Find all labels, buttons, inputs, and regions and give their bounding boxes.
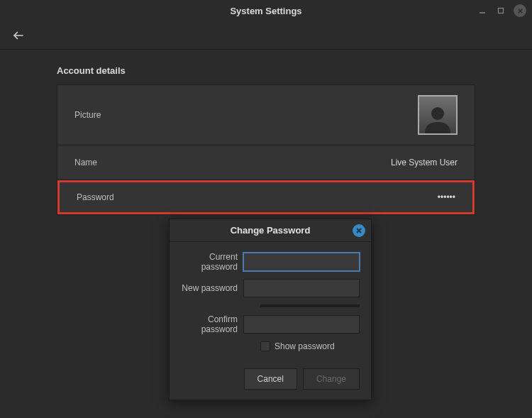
current-password-label: Current password [181, 252, 238, 272]
avatar[interactable] [418, 95, 458, 135]
password-value: •••••• [438, 192, 455, 202]
dialog-body: Current password New password Confirm pa… [170, 242, 371, 368]
confirm-password-input[interactable] [243, 315, 360, 334]
name-label: Name [74, 158, 97, 167]
window-controls [477, 4, 526, 17]
change-password-dialog: Change Password Current password New pas… [169, 219, 372, 400]
dialog-header: Change Password [170, 219, 371, 242]
dialog-buttons: Cancel Change [170, 368, 371, 400]
picture-label: Picture [74, 110, 101, 120]
titlebar: System Settings [0, 0, 532, 21]
toolbar [0, 21, 532, 50]
cancel-button[interactable]: Cancel [244, 368, 297, 390]
current-password-row: Current password [181, 252, 360, 272]
new-password-input[interactable] [243, 279, 360, 297]
confirm-password-label: Confirm password [181, 314, 238, 334]
svg-rect-1 [499, 9, 504, 13]
name-value: Live System User [391, 158, 458, 167]
show-password-row: Show password [260, 341, 360, 351]
window-title: System Settings [230, 6, 301, 16]
back-button[interactable] [10, 27, 27, 44]
password-label: Password [77, 192, 114, 202]
dialog-title: Change Password [231, 225, 311, 236]
close-button[interactable] [514, 4, 526, 17]
new-password-label: New password [181, 283, 238, 293]
name-row[interactable]: Name Live System User [57, 145, 475, 180]
content-area: Account details Picture Name Live System… [0, 50, 532, 231]
show-password-checkbox[interactable] [260, 341, 270, 351]
user-icon [422, 102, 453, 133]
maximize-button[interactable] [495, 5, 506, 16]
change-button[interactable]: Change [303, 368, 360, 390]
section-heading: Account details [57, 65, 475, 76]
minimize-button[interactable] [477, 5, 488, 16]
account-details-box: Picture Name Live System User Password •… [57, 84, 475, 215]
svg-point-5 [431, 107, 444, 120]
new-password-row: New password [181, 279, 360, 297]
picture-row[interactable]: Picture [57, 85, 475, 145]
dialog-close-button[interactable] [353, 224, 365, 237]
show-password-label: Show password [275, 341, 335, 351]
password-row[interactable]: Password •••••• [57, 180, 475, 214]
close-icon [355, 227, 362, 234]
password-strength-bar [260, 304, 360, 307]
confirm-password-row: Confirm password [181, 314, 360, 334]
current-password-input[interactable] [243, 253, 360, 271]
